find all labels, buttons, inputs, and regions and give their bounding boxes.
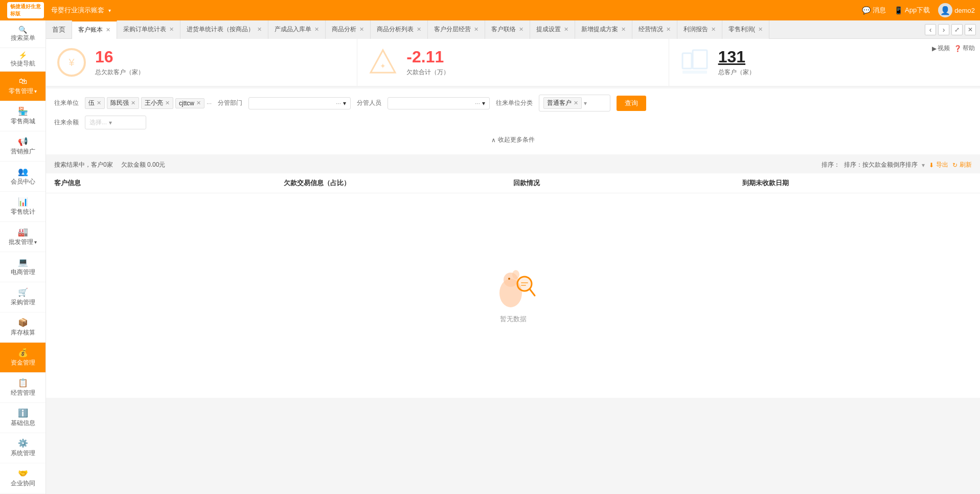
unit-tag-chen-remove[interactable]: ✕ [131, 100, 135, 106]
tab-maximize[interactable]: ⤢ [951, 24, 963, 35]
tab-mention-settings[interactable]: 提成设置 ✕ [530, 20, 575, 39]
sidebar-item-retail-stats[interactable]: 📊 零售统计 [0, 192, 45, 222]
person-filter-select[interactable]: ··· ▾ [388, 97, 490, 109]
tab-profit-report-close[interactable]: ✕ [711, 26, 716, 33]
tab-customer-contact[interactable]: 客户联络 ✕ [485, 20, 530, 39]
unit-tag-wu-remove[interactable]: ✕ [97, 100, 101, 106]
query-button[interactable]: 查询 [617, 96, 646, 111]
filter-row-1: 往来单位 伍 ✕ 陈民强 ✕ 王小亮 [54, 95, 972, 111]
sidebar-item-purchase-manage[interactable]: 🛒 采购管理 [0, 282, 45, 312]
app-download-button[interactable]: 📱 App下载 [894, 6, 930, 15]
dept-filter-select[interactable]: ··· ▾ [248, 97, 351, 109]
unit-tag-wang-remove[interactable]: ✕ [165, 100, 170, 106]
download-icon: 📱 [894, 6, 903, 14]
export-button[interactable]: ⬇ 导出 [929, 161, 948, 169]
svg-rect-4 [682, 53, 692, 69]
tab-new-achievement[interactable]: 新增提成方案 ✕ [575, 20, 632, 39]
refresh-button[interactable]: ↻ 刷新 [952, 161, 972, 169]
person-dropdown-icon: ▾ [482, 100, 485, 107]
tab-customer-account[interactable]: 客户账本 ✕ [72, 20, 117, 39]
sidebar-item-system-manage[interactable]: ⚙️ 系统管理 [0, 433, 45, 463]
tab-customer-segment[interactable]: 客户分层经营 ✕ [428, 20, 485, 39]
tab-customer-contact-close[interactable]: ✕ [519, 26, 523, 33]
person-filter-label: 分管人员 [357, 99, 381, 107]
message-button[interactable]: 💬 消息 [862, 6, 886, 15]
tab-incoming-stats[interactable]: 进货单统计表（按商品） ✕ [180, 20, 268, 39]
app-download-label: App下载 [905, 6, 930, 15]
user-menu[interactable]: 👤 demo2 [938, 3, 975, 17]
unit-tag-wang: 王小亮 ✕ [141, 97, 173, 109]
sidebar-item-ecommerce-manage[interactable]: 💻 电商管理 [0, 252, 45, 282]
unit-filter-label: 往来单位 [54, 99, 79, 107]
sidebar-item-inventory[interactable]: 📦 库存核算 [0, 312, 45, 343]
table-header: 客户信息 欠款交易信息（占比） 回款情况 到期未收款日期 [46, 173, 980, 193]
tab-mention-settings-label: 提成设置 [536, 25, 561, 34]
table-header-due-date: 到期未收款日期 [742, 178, 972, 188]
tab-purchase-order-stats[interactable]: 采购订单统计表 ✕ [117, 20, 180, 39]
video-help-btn[interactable]: ▶ 视频 [932, 44, 950, 53]
sidebar-item-enterprise-collab[interactable]: 🤝 企业协同 [0, 463, 45, 493]
logo-line1: 畅捷通好生意 [10, 3, 41, 10]
account-selector[interactable]: 母婴行业演示账套 ▾ [51, 6, 113, 15]
table-header-customer-info: 客户信息 [54, 178, 284, 188]
tab-product-analysis-close[interactable]: ✕ [359, 26, 364, 33]
unit-tag-cjttcw-remove[interactable]: ✕ [196, 100, 201, 106]
sidebar-item-member-center[interactable]: 👥 会员中心 [0, 162, 45, 192]
data-table: 客户信息 欠款交易信息（占比） 回款情况 到期未收款日期 [46, 173, 980, 398]
tab-incoming-close[interactable]: ✕ [257, 26, 262, 33]
sidebar-item-basic-info[interactable]: ℹ️ 基础信息 [0, 403, 45, 433]
tab-purchase-close[interactable]: ✕ [169, 26, 174, 33]
sidebar-item-wholesale-manage[interactable]: 🏭 批发管理 ▾ [0, 222, 45, 252]
tab-home[interactable]: 首页 [46, 20, 72, 39]
tab-minimize[interactable]: ✕ [965, 24, 976, 35]
tab-ops-situation-close[interactable]: ✕ [666, 26, 671, 33]
stat-total-credit-customers: ¥ 16 总欠款客户（家） [46, 39, 357, 86]
tab-product-analysis[interactable]: 商品分析 ✕ [326, 20, 371, 39]
tab-product-entry-close[interactable]: ✕ [314, 26, 319, 33]
logo-line2: 标版 [10, 10, 41, 17]
unit-category-normal-remove[interactable]: ✕ [574, 100, 578, 106]
unit-tag-chen: 陈民强 ✕ [107, 97, 139, 109]
tab-product-entry[interactable]: 产成品入库单 ✕ [268, 20, 326, 39]
unit-filter-more[interactable]: ··· [207, 100, 212, 107]
sidebar-search[interactable]: 🔍 搜索菜单 [0, 20, 45, 48]
unit-category-tag-normal: 普通客户 ✕ [543, 97, 582, 109]
sidebar-quick-nav[interactable]: ⚡ 快捷导航 [0, 48, 45, 72]
stat-total-customers-label: 总客户（家） [718, 68, 755, 77]
unit-category-select[interactable]: 普通客户 ✕ ▾ [539, 95, 610, 111]
tab-new-achievement-close[interactable]: ✕ [621, 26, 626, 33]
person-more-icon: ··· [475, 100, 480, 107]
username: demo2 [954, 7, 975, 14]
sidebar-item-retail-manage[interactable]: 🛍 零售管理 ▾ [0, 72, 45, 101]
tab-purchase-label: 采购订单统计表 [123, 25, 166, 34]
tab-ops-situation[interactable]: 经营情况 ✕ [632, 20, 677, 39]
tab-product-analysis-list[interactable]: 商品分析列表 ✕ [371, 20, 428, 39]
tab-retail-profit-label: 零售利润( [728, 25, 755, 34]
tab-customer-segment-close[interactable]: ✕ [474, 26, 478, 33]
stat-credit-amount-info: -2.11 欠款合计（万） [406, 48, 449, 77]
result-info: 搜索结果中，客户0家 欠款金额 0.00元 [54, 161, 165, 169]
help-btn[interactable]: ❓ 帮助 [954, 44, 975, 53]
sidebar-item-marketing-promo[interactable]: 📢 营销推广 [0, 131, 45, 162]
tab-scroll-left[interactable]: ‹ [925, 24, 936, 35]
sort-select[interactable]: 排序：按欠款金额倒序排序 ▾ [844, 161, 925, 169]
tab-scroll-right[interactable]: › [938, 24, 949, 35]
svg-rect-6 [682, 71, 707, 74]
svg-point-9 [508, 278, 510, 280]
unit-tag-cjttcw-label: cjttcw [179, 100, 194, 107]
balance-filter-select[interactable]: 选择... ▾ [85, 116, 146, 129]
sidebar-item-retail-mall[interactable]: 🏪 零售商城 [0, 101, 45, 131]
tab-retail-profit-close[interactable]: ✕ [758, 26, 763, 33]
tab-profit-report[interactable]: 利润报告 ✕ [677, 20, 722, 39]
sidebar-item-ops-manage[interactable]: 📋 经营管理 [0, 373, 45, 403]
stat-credit-customers-info: 16 总欠款客户（家） [95, 48, 144, 77]
tab-product-analysis-list-close[interactable]: ✕ [417, 26, 421, 33]
stat-total-customers: 131 总客户（家） ▶ 视频 ❓ 帮助 [669, 39, 980, 86]
tab-customer-account-close[interactable]: ✕ [106, 27, 110, 33]
tab-retail-profit[interactable]: 零售利润( ✕ [722, 20, 769, 39]
sidebar-item-finance-manage[interactable]: 💰 资金管理 [0, 343, 45, 373]
tab-mention-settings-close[interactable]: ✕ [564, 26, 568, 33]
unit-filter-tags: 伍 ✕ 陈民强 ✕ 王小亮 ✕ [85, 97, 212, 109]
filter-collapse-row: ∧ 收起更多条件 [54, 133, 972, 146]
collapse-button[interactable]: ∧ 收起更多条件 [487, 133, 539, 146]
